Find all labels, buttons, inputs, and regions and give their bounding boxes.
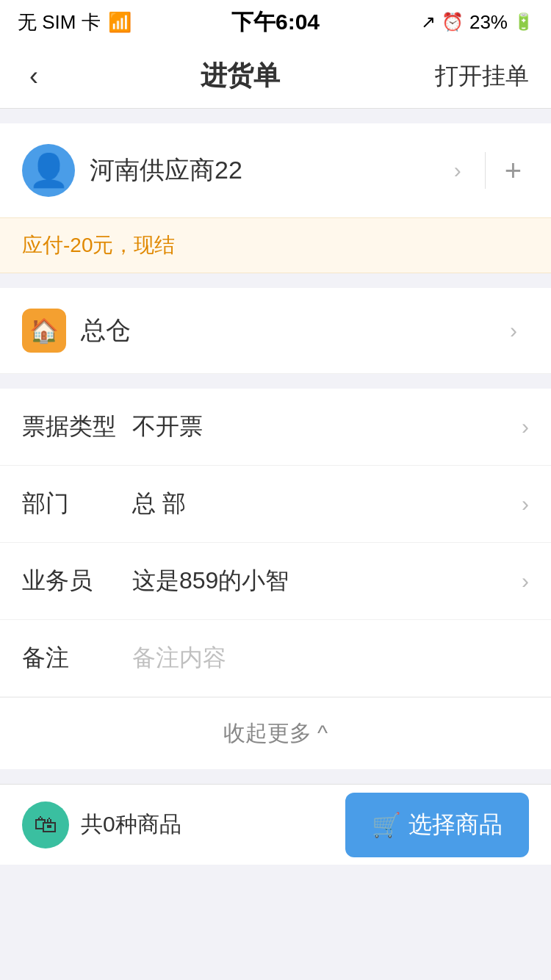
department-value: 总 部	[118, 488, 522, 520]
department-chevron-icon: ›	[522, 491, 529, 516]
department-row[interactable]: 部门 总 部 ›	[0, 466, 551, 543]
remark-row[interactable]: 备注 备注内容	[0, 620, 551, 697]
department-label: 部门	[22, 488, 118, 520]
wifi-icon: 📶	[108, 11, 132, 34]
warehouse-chevron-icon: ›	[510, 318, 517, 343]
warehouse-building-icon: 🏠	[29, 317, 59, 345]
collapse-label: 收起更多 ^	[223, 721, 328, 745]
mid-divider-2	[0, 374, 551, 389]
warehouse-name: 总仓	[81, 314, 510, 347]
back-button[interactable]: ‹	[22, 54, 46, 99]
battery-pct: 23%	[469, 11, 508, 34]
bottom-bar: 🛍 共0种商品 🛒 选择商品	[0, 784, 551, 865]
supplier-avatar: 👤	[22, 144, 75, 197]
select-product-icon: 🛒	[372, 811, 401, 839]
supplier-chevron-icon: ›	[454, 158, 461, 183]
warehouse-section: 🏠 总仓 ›	[0, 288, 551, 374]
warehouse-icon: 🏠	[22, 309, 66, 353]
nav-bar: ‹ 进货单 打开挂单	[0, 44, 551, 109]
remark-input[interactable]: 备注内容	[118, 642, 529, 674]
status-left: 无 SIM 卡 📶	[18, 10, 132, 35]
remark-label: 备注	[22, 642, 118, 674]
salesperson-chevron-icon: ›	[522, 569, 529, 594]
supplier-name: 河南供应商22	[90, 154, 454, 187]
alarm-icon: ⏰	[442, 12, 464, 32]
mid-divider-1	[0, 273, 551, 288]
battery-icon: 🔋	[514, 12, 533, 32]
product-count-icon: 🛍	[22, 801, 69, 849]
invoice-type-value: 不开票	[118, 411, 522, 443]
page-background	[0, 865, 551, 980]
salesperson-value: 这是859的小智	[118, 565, 522, 597]
invoice-type-row[interactable]: 票据类型 不开票 ›	[0, 389, 551, 466]
status-bar: 无 SIM 卡 📶 下午6:04 ↗ ⏰ 23% 🔋	[0, 0, 551, 44]
form-section: 票据类型 不开票 › 部门 总 部 › 业务员 这是859的小智 › 备注 备注…	[0, 389, 551, 769]
location-icon: ↗	[421, 12, 436, 32]
status-time: 下午6:04	[231, 7, 320, 37]
page-title: 进货单	[201, 58, 280, 94]
open-pending-button[interactable]: 打开挂单	[435, 60, 529, 93]
top-divider	[0, 109, 551, 123]
salesperson-row[interactable]: 业务员 这是859的小智 ›	[0, 543, 551, 620]
carrier-text: 无 SIM 卡	[18, 10, 101, 35]
invoice-type-chevron-icon: ›	[522, 414, 529, 439]
collapse-toggle[interactable]: 收起更多 ^	[0, 697, 551, 769]
invoice-type-label: 票据类型	[22, 411, 118, 443]
add-supplier-button[interactable]: +	[497, 151, 529, 190]
notice-banner: 应付-20元，现结	[0, 217, 551, 273]
select-product-label: 选择商品	[408, 809, 503, 841]
vertical-divider	[485, 152, 486, 189]
shopping-bag-icon: 🛍	[34, 811, 57, 838]
salesperson-label: 业务员	[22, 565, 118, 597]
status-right: ↗ ⏰ 23% 🔋	[421, 11, 533, 34]
supplier-section: 👤 河南供应商22 › + 应付-20元，现结	[0, 123, 551, 273]
supplier-row[interactable]: 👤 河南供应商22 › +	[0, 123, 551, 217]
mid-divider-3	[0, 769, 551, 784]
warehouse-row[interactable]: 🏠 总仓 ›	[0, 288, 551, 374]
select-product-button[interactable]: 🛒 选择商品	[345, 793, 529, 857]
product-count-text: 共0种商品	[81, 810, 345, 840]
